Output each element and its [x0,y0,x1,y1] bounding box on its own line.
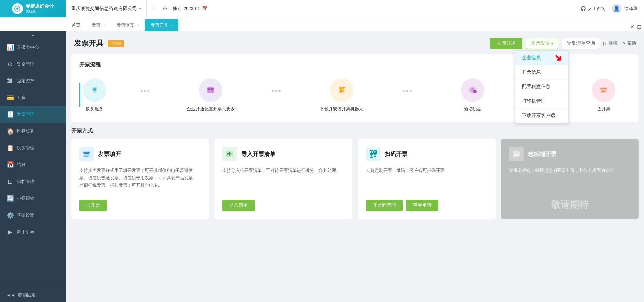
tab-invoice[interactable]: 发票 × [86,19,111,31]
svg-rect-38 [374,156,375,157]
import-list-btn[interactable]: 导入清单 [222,200,255,211]
flow-step-config-icon [199,78,222,102]
tab-invoice-test-close[interactable]: × [137,23,139,27]
sidebar-item-settlement[interactable]: 📅 结账 [0,156,66,173]
method-card-scan-header: 扫码开票 [366,147,487,161]
svg-rect-33 [371,152,372,153]
go-invoice-btn[interactable]: 去开票 [79,200,107,211]
svg-rect-35 [371,155,372,157]
flow-left-line [79,83,80,107]
dropdown-item-printer[interactable]: 打印机管理 [515,94,568,109]
logo-title: 畅捷通好会计 [26,3,54,9]
sidebar-item-settings[interactable]: ⚙️ 基础设置 [0,207,66,224]
chevron-down-icon: ▾ [551,41,553,46]
sidebar-label-salary: 工资 [17,95,26,101]
sidebar-item-report[interactable]: 🔄 小畅报销 [0,190,66,207]
settings-button[interactable]: ⚙ [162,5,168,12]
flow-connector-1 [106,90,184,100]
dropdown-item-download-client[interactable]: 下载开票客户端 [515,109,568,123]
video-label: 视频 [609,40,617,46]
question-icon: ? [623,41,625,46]
methods-grid: 发票填开 支持按照发票样式手工填开发票；可开具增值税电子普通发票、增值税普通发票… [71,139,639,219]
tab-close-btn[interactable]: ✕ [630,24,634,30]
view-apply-btn[interactable]: 查看申请 [406,200,438,211]
svg-rect-26 [84,156,88,157]
guide-icon: ▶ [7,228,13,236]
tab-invoice-close[interactable]: × [103,23,105,27]
logo-subtitle: 旗舰版 [26,9,54,14]
method-card-scan-icon [366,147,381,161]
download-client-label: 下载开票客户端 [522,113,555,118]
tab-home[interactable]: 首页 [66,19,86,31]
salary-icon: 💳 [7,94,13,101]
method-card-scan-title: 扫码开票 [385,150,407,158]
tab-bar: 首页 发票 × 发票测算 × 发票开具 × ✕ ⊡ [0,17,644,31]
flow-step-config: 企业开通配置开票六要素 [184,78,238,112]
boss-overlay-text: 敬请期待 [509,198,631,211]
logo-text-block: 畅捷通好会计 旗舰版 [26,3,54,14]
printer-label: 打印机管理 [522,98,546,104]
sidebar-label-guide: 新手引导 [17,229,34,235]
sidebar-item-inventory[interactable]: 🏠 库存核算 [0,123,66,140]
logo-area[interactable]: 畅捷通好会计 旗舰版 [0,0,66,17]
svg-text:+: + [474,90,476,93]
main-layout: ▲ 📊 云报表中心 ⊙ 资金管理 🏛 固定资产 💳 工资 🧾 发票管理 🏠 库存… [0,31,644,302]
sidebar-item-archive[interactable]: ⊡ 归档管理 [0,173,66,190]
company-selector[interactable]: 重庆畅捷交通信息咨询有限公司 ▾ [66,0,147,17]
sidebar-cancel-pin[interactable]: ◄◄ 取消固定 [0,288,66,302]
dropdown-item-tax-disk[interactable]: 配置税盘信息 [515,80,568,94]
flow-step-buy: + 购买服务 [83,78,106,112]
qr-manage-btn[interactable]: 开票码管理 [366,200,403,211]
method-card-import-header: 导入开票清单 [222,147,344,161]
anomaly-btn[interactable]: 异常清单查询 [562,38,600,49]
sidebar-label-inventory: 库存核算 [17,128,34,134]
sidebar-item-guide[interactable]: ▶ 新手引导 [0,224,66,240]
consult-btn[interactable]: 🎧 人工咨询 [581,6,605,12]
invoice-mgmt-icon: 🧾 [7,111,13,118]
svg-rect-7 [208,91,210,91]
svg-rect-43 [514,155,517,156]
settlement-icon: 📅 [7,161,13,168]
top-bar: 畅捷通好会计 旗舰版 重庆畅捷交通信息咨询有限公司 ▾ ＋ ⚙ 账期 2023-… [0,0,644,17]
invoice-settings-label: 开票设置 [531,40,550,46]
inventory-icon: 🏠 [7,127,13,135]
invoice-settings-btn[interactable]: 开票设置 ▾ [526,38,558,49]
method-card-scan: 扫码开票 支持定制开票二维码，客户端可扫码开票 开票码管理 查看申请 [358,139,496,219]
sidebar-item-cloud-report[interactable]: 📊 云报表中心 [0,39,66,56]
flow-step-taxdisk-icon: 税 + [461,78,484,102]
settings-icon: ⚙️ [7,212,13,219]
sidebar-item-fixed-assets[interactable]: 🏛 固定资产 [0,73,66,89]
settings-dropdown: 企业信息 开票信息 配置税盘信息 打印机管理 下载开票客户端 [515,50,569,123]
svg-rect-37 [375,154,376,155]
sidebar-item-salary[interactable]: 💳 工资 [0,89,66,106]
method-card-manual-icon [79,147,94,161]
content-area: 发票开具 待开通 立即开通 开票设置 ▾ 异常清单查询 ▷ 视频 | ? 帮助 [66,31,644,302]
flow-step-download: 下载并安装开票机器人 [315,78,369,112]
activate-btn[interactable]: 立即开通 [490,38,522,49]
sidebar-label-settlement: 结账 [17,162,26,168]
flow-step-taxdisk: 税 + 新增税盘 [446,78,500,112]
sidebar-item-invoice-mgmt[interactable]: 🧾 发票管理 [0,106,66,123]
dropdown-item-invoice-info[interactable]: 开票信息 [515,65,568,80]
method-card-import-icon [222,147,237,161]
svg-rect-13 [340,91,342,92]
user-info[interactable]: 👤 徐泽华 [612,4,637,13]
period-label: 账期 [173,6,182,12]
tab-home-label: 首页 [72,22,80,28]
tab-maximize-btn[interactable]: ⊡ [637,24,641,30]
sidebar-scroll-up[interactable]: ▲ [0,31,66,39]
tab-invoice-test[interactable]: 发票测算 × [111,19,144,31]
sidebar-item-fund[interactable]: ⊙ 资金管理 [0,56,66,73]
method-card-manual-desc: 支持按照发票样式手工填开发票；可开具增值税电子普通发票、增值税普通发票、增值税专… [79,167,201,194]
flow-step-buy-icon: + [83,78,106,102]
method-card-import-desc: 支持导入待开票清单，可对待开票清单进行拆分、合并处理。 [222,167,344,194]
svg-rect-6 [211,89,213,90]
svg-text:+: + [94,87,96,90]
tab-invoice-open[interactable]: 发票开具 × [145,19,178,31]
archive-icon: ⊡ [7,178,13,185]
flow-connector-2 [238,90,315,100]
tab-invoice-open-close[interactable]: × [171,23,173,27]
add-button[interactable]: ＋ [151,5,157,13]
sidebar-item-tax[interactable]: 📋 税务管理 [0,140,66,156]
play-icon: ▷ [603,41,607,46]
